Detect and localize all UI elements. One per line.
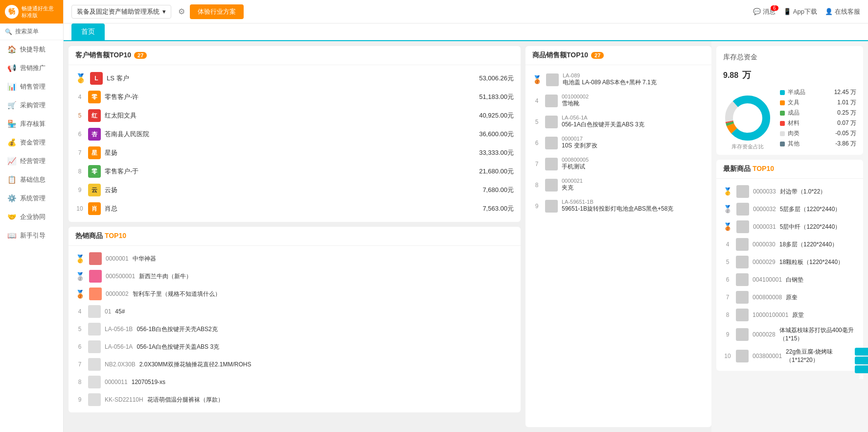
hot-products-header: 热销商品 TOP10 xyxy=(69,227,521,246)
header-right: 💬 消息 6 📱 App下载 👤 在线客服 xyxy=(753,7,860,16)
product-image xyxy=(88,340,101,353)
product-image xyxy=(736,350,749,362)
customer-ranking-badge: 27 xyxy=(134,52,147,59)
search-menu[interactable]: 🔍 搜索菜单 xyxy=(0,24,63,40)
avatar: 星 xyxy=(88,146,101,159)
search-icon: 🔍 xyxy=(5,28,12,35)
product-image xyxy=(736,203,749,216)
live-button[interactable]: 直播 xyxy=(855,365,868,373)
product-image xyxy=(736,256,749,268)
sidebar-item-system[interactable]: ⚙️ 系统管理 xyxy=(0,189,63,208)
product-image xyxy=(736,185,749,198)
finance-icon: 💰 xyxy=(7,138,16,147)
product-image xyxy=(545,200,558,213)
inventory-card: 库存总资金 9.88 万 xyxy=(716,46,863,155)
product-image xyxy=(89,270,102,283)
avatar: 肖 xyxy=(88,202,101,215)
list-item: 🥉 0000031 5层中纤（1220*2440） xyxy=(716,218,863,236)
list-item: 9 云 云扬 7,680.00元 xyxy=(69,181,521,199)
customer-ranking-body: 🥇 L LS 客户 53,006.26元 4 零 零售客户-许 51,183.0… xyxy=(69,65,521,222)
main-area: 装备及固定资产辅助管理系统 ▾ ⚙ 体验行业方案 💬 消息 6 📱 App下载 … xyxy=(64,0,868,432)
product-image xyxy=(545,137,558,149)
sidebar-item-marketing[interactable]: 📢 营销推广 xyxy=(0,59,63,77)
inventory-title: 库存总资金 xyxy=(723,53,856,62)
sidebar-item-operations[interactable]: 📈 经营管理 xyxy=(0,152,63,170)
guide-icon: 📖 xyxy=(7,231,16,240)
list-item: 🥉 LA-089 电池盖 LA-089 ABS本色+黑种 7.1克 xyxy=(525,69,711,90)
list-item: 4 001000002 雪地靴 xyxy=(525,90,711,111)
community-button[interactable]: 服务社区 xyxy=(855,357,868,364)
sales-icon: 📊 xyxy=(7,82,16,91)
operations-icon: 📈 xyxy=(7,157,16,166)
sidebar-item-basics[interactable]: 📋 基础信息 xyxy=(0,170,63,189)
basics-icon: 📋 xyxy=(7,175,16,184)
legend-item: 成品 0.25 万 xyxy=(780,109,856,117)
system-select[interactable]: 装备及固定资产辅助管理系统 ▾ xyxy=(71,5,171,19)
online-service[interactable]: 👤 在线客服 xyxy=(825,7,860,16)
marketing-icon: 📢 xyxy=(7,64,16,72)
rank-medal: 🥈 xyxy=(75,272,85,281)
logo-icon: 畅 xyxy=(5,5,19,19)
product-ranking-header: 商品销售额TOP10 27 xyxy=(525,46,711,65)
list-item: 🥈 000500001 新西兰牛肉（新牛） xyxy=(69,267,521,285)
legend-color xyxy=(780,100,785,105)
list-item: 5 LA-056-1B 056-1B白色按键开关壳ABS2克 xyxy=(69,320,521,338)
product-image xyxy=(736,273,749,286)
list-item: 9 LA-59651-1B 59651-1B旋转投影灯电池盒ABS黑色+58克 xyxy=(525,195,711,216)
sidebar-item-guide[interactable]: 📖 新手引导 xyxy=(0,226,63,245)
rank-medal: 🥇 xyxy=(75,73,86,84)
sidebar-item-sales[interactable]: 📊 销售管理 xyxy=(0,77,63,96)
legend-color xyxy=(780,90,785,95)
product-image xyxy=(736,220,749,233)
list-item: 5 0000029 18颗粒板（1220*2440） xyxy=(716,253,863,271)
customer-service-button[interactable]: 客服热线 xyxy=(855,348,868,356)
rank-medal: 🥈 xyxy=(723,205,732,214)
sidebar-item-enterprise[interactable]: 🤝 企业协同 xyxy=(0,208,63,226)
list-item: 🥇 L LS 客户 53,006.26元 xyxy=(69,69,521,88)
mid-panel: 商品销售额TOP10 27 🥉 LA-089 电池盖 LA-089 ABS本色+… xyxy=(525,41,711,432)
header: 装备及固定资产辅助管理系统 ▾ ⚙ 体验行业方案 💬 消息 6 📱 App下载 … xyxy=(64,0,868,24)
try-plan-button[interactable]: 体验行业方案 xyxy=(190,4,244,19)
message-count: 6 xyxy=(771,5,778,11)
list-item: 🥉 0000002 智利车子里（规格不知道填什么） xyxy=(69,285,521,303)
list-item: 4 01 45# xyxy=(69,303,521,320)
hot-products-body: 🥇 0000001 中华神器 🥈 000500001 新西兰牛肉（新牛） xyxy=(69,246,521,412)
app-logo: 畅 畅捷通好生意 标准版 xyxy=(0,0,63,24)
product-image xyxy=(88,305,101,318)
settings-icon[interactable]: ⚙ xyxy=(178,7,185,16)
legend-color xyxy=(780,111,785,116)
sidebar-item-purchase[interactable]: 🛒 采购管理 xyxy=(0,96,63,115)
inventory-amount: 9.88 万 xyxy=(723,66,856,81)
tab-home[interactable]: 首页 xyxy=(71,24,105,40)
product-image xyxy=(736,238,749,251)
list-item: 6 004100001 白钢垫 xyxy=(716,271,863,288)
app-download[interactable]: 📱 App下载 xyxy=(783,7,817,16)
hot-products-card: 热销商品 TOP10 🥇 0000001 中华神器 🥈 000500001 xyxy=(69,227,521,412)
new-products-header: 最新商品 TOP10 xyxy=(716,160,863,179)
list-item: 7 NB2.0X30B 2.0X30MM双捶花轴捶花直径2.1MM/ROHS xyxy=(69,356,521,373)
list-item: 6 杏 苍南县人民医院 36,600.00元 xyxy=(69,125,521,144)
service-icon: 👤 xyxy=(825,8,833,15)
list-item: 🥈 0000032 5层多层（1220*2440） xyxy=(716,200,863,218)
sidebar-item-shortcuts[interactable]: 🏠 快捷导航 xyxy=(0,40,63,59)
sidebar-item-finance[interactable]: 💰 资金管理 xyxy=(0,133,63,152)
content-area: 客户销售额TOP10 27 🥇 L LS 客户 53,006.26元 4 零 xyxy=(64,41,868,432)
legend-item: 肉类 -0.05 万 xyxy=(780,129,856,138)
list-item: 10 003800001 22g鱼豆腐-烧烤味（1*12*20） xyxy=(716,345,863,367)
message-badge[interactable]: 💬 消息 6 xyxy=(753,7,776,16)
rank-medal: 🥇 xyxy=(723,187,732,196)
legend-color xyxy=(780,131,785,136)
sidebar-nav: 🏠 快捷导航 📢 营销推广 📊 销售管理 🛒 采购管理 🏪 库存核算 💰 资金管… xyxy=(0,40,63,432)
message-icon: 💬 xyxy=(753,8,761,15)
list-item: 7 000800005 手机测试 xyxy=(525,153,711,174)
product-image xyxy=(546,73,559,86)
sidebar-item-inventory[interactable]: 🏪 库存核算 xyxy=(0,115,63,133)
list-item: 🥇 0000001 中华神器 xyxy=(69,250,521,267)
inventory-legend: 半成品 12.45 万 文具 1.01 万 成品 0.25 万 xyxy=(780,88,856,148)
product-image xyxy=(88,393,101,406)
avatar: L xyxy=(90,72,103,85)
list-item: 8 0000021 夹克 xyxy=(525,174,711,195)
product-image xyxy=(88,358,101,371)
list-item: 9 0000028 体城荔枝味苏打饮品400毫升（1*15） xyxy=(716,324,863,345)
legend-color xyxy=(780,121,785,126)
